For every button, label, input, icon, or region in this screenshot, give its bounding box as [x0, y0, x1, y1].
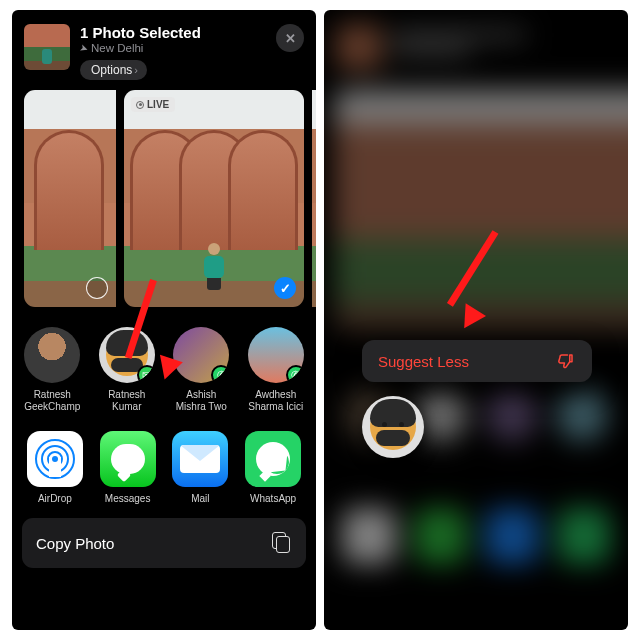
- selected-count-title: 1 Photo Selected: [80, 24, 266, 41]
- photo-item-selected[interactable]: LIVE ✓: [124, 90, 304, 307]
- contact-name: Ratnesh Kumar: [97, 389, 158, 413]
- messages-icon: [100, 431, 156, 487]
- focused-contact-avatar[interactable]: [362, 396, 424, 458]
- location-text: New Delhi: [91, 42, 143, 54]
- avatar: ✉: [99, 327, 155, 383]
- messages-badge-icon: ✉: [137, 365, 155, 383]
- action-label: Copy Photo: [36, 535, 114, 552]
- share-contact[interactable]: ✉ Ratnesh Kumar: [97, 327, 158, 413]
- close-button[interactable]: ✕: [276, 24, 304, 52]
- share-app-airdrop[interactable]: AirDrop: [26, 431, 84, 504]
- location-arrow-icon: ➤: [78, 41, 89, 54]
- share-contacts-row: Ratnesh GeekChamp ✉ Ratnesh Kumar ✆ Ashi…: [12, 307, 316, 425]
- mail-icon: [172, 431, 228, 487]
- app-label: WhatsApp: [250, 493, 296, 504]
- suggest-less-label: Suggest Less: [378, 353, 469, 370]
- app-label: Messages: [105, 493, 151, 504]
- suggest-less-menu-item[interactable]: Suggest Less: [362, 340, 592, 382]
- share-contact[interactable]: ✆ Awdhesh Sharma Icici: [246, 327, 307, 413]
- action-list: Copy Photo: [12, 518, 316, 568]
- thumbs-down-icon: [556, 351, 576, 371]
- chevron-right-icon: ›: [134, 64, 138, 76]
- avatar: ✆: [173, 327, 229, 383]
- location-subtitle: ➤ New Delhi: [80, 42, 266, 54]
- sheet-header: 1 Photo Selected ➤ New Delhi Options › ✕: [12, 10, 316, 90]
- contact-name: Ratnesh GeekChamp: [22, 389, 83, 413]
- share-contact[interactable]: ✆ Ashish Mishra Two: [171, 327, 232, 413]
- photo-carousel[interactable]: LIVE ✓ LIVE: [12, 90, 316, 307]
- whatsapp-badge-icon: ✆: [211, 365, 229, 383]
- whatsapp-badge-icon: ✆: [286, 365, 304, 383]
- avatar: [24, 327, 80, 383]
- avatar: ✆: [248, 327, 304, 383]
- blurred-background: [324, 10, 628, 630]
- airdrop-icon: [27, 431, 83, 487]
- copy-photo-action[interactable]: Copy Photo: [22, 518, 306, 568]
- share-apps-row: AirDrop Messages Mail WhatsApp: [12, 425, 316, 518]
- header-text: 1 Photo Selected ➤ New Delhi Options ›: [80, 24, 266, 80]
- selection-ring-unchecked[interactable]: [86, 277, 108, 299]
- whatsapp-icon: [245, 431, 301, 487]
- context-menu-screenshot: Suggest Less: [324, 10, 628, 630]
- share-app-messages[interactable]: Messages: [99, 431, 157, 504]
- selection-ring-checked[interactable]: ✓: [274, 277, 296, 299]
- contact-name: Awdhesh Sharma Icici: [246, 389, 307, 413]
- options-label: Options: [91, 63, 132, 77]
- close-icon: ✕: [285, 31, 296, 46]
- photo-item[interactable]: [24, 90, 116, 307]
- share-contact[interactable]: Ratnesh GeekChamp: [22, 327, 83, 413]
- share-app-mail[interactable]: Mail: [172, 431, 230, 504]
- options-button[interactable]: Options ›: [80, 60, 147, 80]
- app-label: Mail: [191, 493, 209, 504]
- share-app-whatsapp[interactable]: WhatsApp: [244, 431, 302, 504]
- app-label: AirDrop: [38, 493, 72, 504]
- share-sheet-screenshot: 1 Photo Selected ➤ New Delhi Options › ✕…: [12, 10, 316, 630]
- photo-item[interactable]: LIVE: [312, 90, 316, 307]
- selected-photo-thumbnail[interactable]: [24, 24, 70, 70]
- copy-icon: [270, 532, 292, 554]
- contact-name: Ashish Mishra Two: [171, 389, 232, 413]
